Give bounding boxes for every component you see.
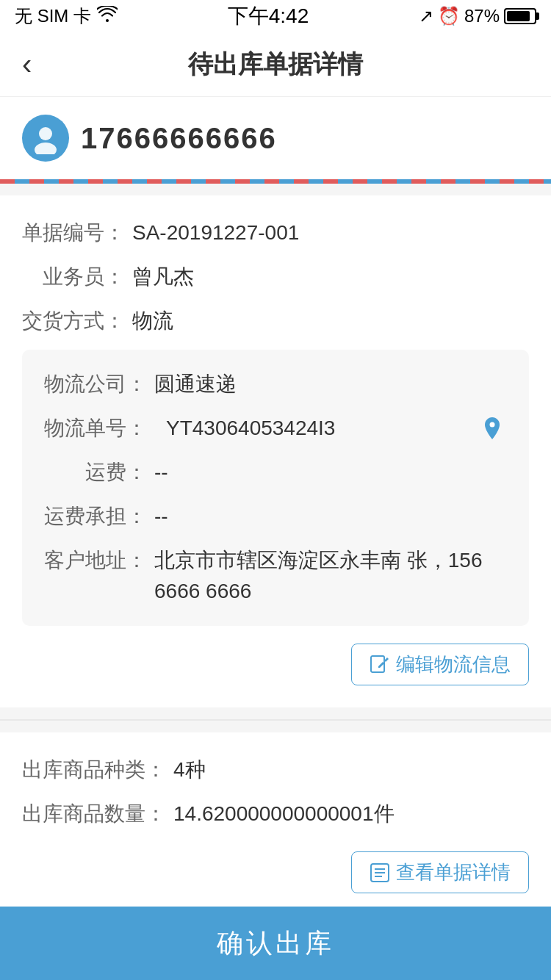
goods-quantity-label: 出库商品数量： [22, 799, 166, 829]
view-btn-row: 查看单据详情 [22, 851, 529, 893]
alarm-indicator: ⏰ [438, 6, 460, 26]
wifi-icon [97, 6, 118, 26]
freight-bearer-label: 运费承担： [44, 501, 147, 532]
battery-fill [507, 11, 530, 21]
status-time: 下午4:42 [228, 2, 309, 30]
logistics-company-row: 物流公司： 圆通速递 [44, 369, 507, 400]
page-title: 待出库单据详情 [188, 48, 363, 82]
svg-point-2 [490, 422, 495, 428]
salesman-value: 曾凡杰 [132, 262, 529, 292]
battery-icon [504, 8, 536, 24]
status-carrier: 无 SIM 卡 [15, 4, 118, 28]
address-row: 客户地址： 北京市市辖区海淀区永丰南 张，156 6666 6666 [44, 545, 507, 607]
logistics-company-label: 物流公司： [44, 369, 147, 400]
svg-point-0 [39, 127, 52, 140]
edit-logistics-button[interactable]: 编辑物流信息 [351, 644, 529, 685]
order-number-label: 单据编号： [22, 217, 125, 248]
goods-type-label: 出库商品种类： [22, 754, 166, 785]
salesman-row: 业务员： 曾凡杰 [22, 262, 529, 292]
goods-section: 出库商品种类： 4种 出库商品数量： 14.620000000000001件 查… [0, 732, 551, 915]
view-details-button[interactable]: 查看单据详情 [351, 851, 529, 893]
order-info-section: 单据编号： SA-20191227-001 业务员： 曾凡杰 交货方式： 物流 … [0, 195, 551, 707]
confirm-button-label: 确认出库 [217, 926, 334, 962]
svg-point-1 [35, 143, 57, 154]
delivery-value: 物流 [132, 306, 529, 336]
tracking-value: YT43064053424I3 [166, 413, 466, 444]
edit-icon [370, 655, 390, 675]
status-bar: 无 SIM 卡 下午4:42 ↗ ⏰ 87% [0, 0, 551, 32]
order-number-row: 单据编号： SA-20191227-001 [22, 217, 529, 248]
list-icon [370, 862, 390, 883]
freight-bearer-value: -- [154, 501, 507, 532]
logistics-company-value: 圆通速递 [154, 369, 507, 400]
location-indicator: ↗ [419, 6, 433, 26]
address-value: 北京市市辖区海淀区永丰南 张，156 6666 6666 [154, 545, 507, 607]
battery-percent: 87% [464, 6, 500, 26]
goods-quantity-row: 出库商品数量： 14.620000000000001件 [22, 799, 529, 829]
freight-bearer-row: 运费承担： -- [44, 501, 507, 532]
back-button[interactable]: ‹ [22, 48, 32, 81]
avatar [22, 115, 69, 162]
status-indicators: ↗ ⏰ 87% [419, 6, 536, 26]
edit-btn-row: 编辑物流信息 [22, 644, 529, 685]
salesman-label: 业务员： [22, 262, 125, 292]
freight-row: 运费： -- [44, 457, 507, 488]
delivery-label: 交货方式： [22, 306, 125, 336]
user-phone: 17666666666 [81, 122, 277, 155]
location-icon[interactable] [478, 414, 507, 443]
view-details-label: 查看单据详情 [396, 860, 511, 885]
confirm-button[interactable]: 确认出库 [0, 907, 551, 980]
edit-logistics-label: 编辑物流信息 [396, 652, 511, 677]
goods-type-row: 出库商品种类： 4种 [22, 754, 529, 785]
logistics-section: 物流公司： 圆通速递 物流单号： YT43064053424I3 运费： -- … [22, 350, 529, 626]
tracking-label: 物流单号： [44, 413, 147, 444]
delivery-row: 交货方式： 物流 [22, 306, 529, 336]
order-number-value: SA-20191227-001 [132, 217, 529, 248]
freight-value: -- [154, 457, 507, 488]
section-divider [0, 719, 551, 721]
carrier-text: 无 SIM 卡 [15, 4, 91, 28]
nav-bar: ‹ 待出库单据详情 [0, 32, 551, 97]
goods-quantity-value: 14.620000000000001件 [173, 799, 529, 829]
address-label: 客户地址： [44, 545, 147, 576]
tracking-row: 物流单号： YT43064053424I3 [44, 413, 507, 444]
freight-label: 运费： [44, 457, 147, 488]
user-header: 17666666666 [0, 97, 551, 179]
dashed-divider [0, 179, 551, 184]
goods-type-value: 4种 [173, 754, 529, 785]
